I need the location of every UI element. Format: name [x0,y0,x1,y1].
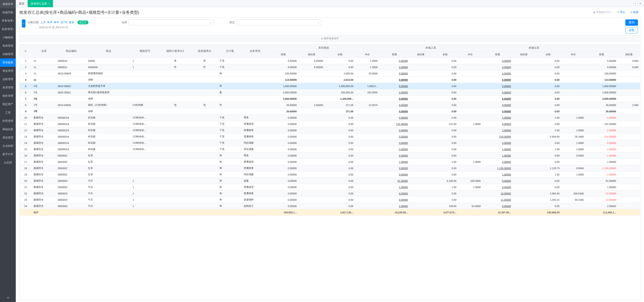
print-template-button[interactable]: ▣ 按模版打印 ▾ [591,10,614,15]
table-row[interactable]: 61仓0020-00001青花瓷U盘钥匙套装套2,000.00000320,00… [20,89,640,96]
collapse-filter-button[interactable]: » [22,19,26,28]
cell: 红茶 [86,165,131,172]
date-quick-3[interactable]: 近7天 [60,21,68,24]
cell: 0023-00009 [56,70,86,77]
cell: 0.00000 [482,89,513,96]
sidebar-item-17[interactable]: 企业协同 [0,142,16,150]
table-row[interactable]: 15嘉嘉陪仓0000001A碎花裙123哈哈哈...千克异价调拨0.000000… [20,146,640,153]
query-button[interactable]: 查询 [625,19,638,26]
sidebar-item-15[interactable]: 基础信息 [0,125,16,133]
close-icon[interactable]: × [48,3,50,5]
export-icon: ↷ [617,11,619,14]
tab-1[interactable]: 收发存汇总表× [28,0,53,7]
cell: 1号 [32,108,56,115]
sidebar-item-13[interactable]: 工资 [0,108,16,117]
table-row[interactable]: 20嘉嘉陪仓0000003可乐1米盘盈0.000000.0061.000006,… [20,178,640,184]
table-row[interactable]: 17嘉嘉陪仓0000002红茶米普通进货0.000000.001.000001.… [20,159,640,165]
expand-more-button[interactable]: ⇊ 展开更多条件 [19,35,640,42]
table-row[interactable]: 1110000016000001米米千克5.600005.600005.601.… [20,58,640,64]
table-row[interactable]: 12嘉嘉陪仓0000001A碎花裙123哈哈哈...千克普通销售0.000000… [20,127,640,133]
cell [191,172,218,178]
cell: 1 [131,64,159,70]
total-qi-amt: 1,817,135... [325,209,355,216]
sidebar-item-18[interactable]: 新手引导 [0,150,16,159]
table-row[interactable]: 21嘉嘉陪仓0000003可乐1米普通进货0.000000.001.000001… [20,184,640,190]
date-quick-1[interactable]: 本月 [47,21,52,24]
date-quick-0[interactable]: 上月 [40,21,46,24]
table-row[interactable]: 24嘉嘉陪仓0000003可乐1米自制加工0.000000.002.000001… [20,203,640,209]
table-row[interactable]: 3110023-00009软硬通用画框米100.000002,000.0020.… [20,70,640,77]
gear-icon[interactable]: ⚙ [7,296,9,299]
date-quick-2[interactable]: 本年 [54,21,59,24]
custom-date-tag[interactable]: 自定义 [78,21,88,24]
sidebar-item-14[interactable]: 经营管理 [0,117,16,125]
date-quick-4[interactable]: 更多 [69,21,74,24]
cell: 0.00000 [482,178,513,184]
cell [131,70,159,77]
sidebar-item-3[interactable]: 批发管理▾ [0,25,16,33]
table-row[interactable]: 71仓小计3,000.000001,320,000...0.000000.000… [20,96,640,102]
settings-button[interactable]: 设置 [625,27,638,33]
sidebar-item-7[interactable]: 库存核算 [0,58,16,67]
sidebar-item-8[interactable]: 资金管理 [0,67,16,75]
sidebar-item-1[interactable]: 快捷导航 [0,8,16,17]
cell: 直接领料 [242,197,268,203]
cell: 自制加工 [242,203,268,209]
cell: 8.90000 [586,64,618,70]
tab-0[interactable]: 首页 [16,0,28,7]
table-row[interactable]: 11嘉嘉陪仓0000001A碎花裙123哈哈哈...千克普通进货0.000000… [20,121,640,127]
cell [410,127,432,133]
cell [618,140,640,146]
cell: 米 [218,172,242,178]
cell: 3,000.00000 [586,96,618,102]
table-row[interactable]: 23嘉嘉陪仓0000003可乐1米直接领料0.000000.000.000000… [20,197,640,203]
cell: 0000003 [56,190,86,197]
table-container[interactable]: ⚙ 仓库 商品编码 商品 规格型号 辅助计量单位1 按发辅单位 主计量 业务类型… [19,44,640,300]
col-group-extra [586,45,640,51]
table-row[interactable]: 22嘉嘉陪仓0000003可乐1米普通销售0.000000.000.000000… [20,190,640,197]
table-row[interactable]: 10嘉嘉陪仓0000001A碎花裙123哈哈哈...千克零售0.000000.0… [20,115,640,121]
sidebar-item-4[interactable]: 小畅电商 [0,33,16,42]
close-all-icon[interactable]: ✕ [638,2,642,6]
cell [410,146,432,153]
sidebar-item-12[interactable]: 固定资产 [0,100,16,108]
col-gear[interactable]: ⚙ [20,45,32,58]
cell: 2 [20,64,32,70]
status-select[interactable]: ⌄ [236,19,322,25]
fullscreen-icon[interactable]: ⤢ [633,2,637,6]
sidebar-item-10[interactable]: 发票管理 [0,83,16,92]
cell [242,77,268,83]
table-row[interactable]: 13嘉嘉陪仓0000001A碎花裙123哈哈哈...千克普通销售0.000000… [20,133,640,140]
cell [513,127,535,133]
sidebar-item-6[interactable]: 采购管理 [0,50,16,58]
sub-header-6: 金额 [432,51,458,58]
table-row[interactable]: 411小计114.500002,014.500.000000.000.00000… [20,77,640,83]
sidebar-item-9[interactable]: 总账管理 [0,75,16,83]
table-row[interactable]: 91号小计26.60000371.000.000000.000.000000.0… [20,108,640,115]
cell: 0.00000 [482,58,513,64]
cell: 266.5400 [562,190,586,197]
cell: 1.00 [432,159,458,165]
table-row[interactable]: 18嘉嘉陪仓0000002红茶米普通销售0.000000.000.000000.… [20,165,640,172]
table-row[interactable]: 14嘉嘉陪仓0000001A碎花裙123哈哈哈...千克同价调拨0.000000… [20,140,640,146]
cell [562,64,586,70]
sidebar-item-2[interactable]: 零售管理▾ [0,17,16,25]
sidebar-item-11[interactable]: 税务管理 [0,92,16,100]
table-row[interactable]: 19嘉嘉陪仓0000002红茶米同价调拨0.000000.000.000000.… [20,172,640,178]
table-row[interactable]: 16嘉嘉陪仓0000002红茶米零售0.000000.000.000000.00… [20,153,640,159]
export-button[interactable]: ↷ 导出 [615,10,627,15]
cell [618,190,640,197]
sidebar-item-label: 搜索菜单 [2,2,13,6]
table-row[interactable]: 211000002100000001件件千克8.900008.900008.90… [20,64,640,70]
cell [242,83,268,89]
warehouse-select[interactable]: ⌄ [128,19,214,25]
filter-bar: » 记账日期 上月本月本年近7天更多 自定义 仓库 ⌄ 状态 ⌄ 2016-01… [19,17,640,35]
sidebar-item-16[interactable]: 系统管理 [0,133,16,142]
table-row[interactable]: 51仓0019-00001大金刚菩提手串串1,000.000001,000,00… [20,83,640,89]
sidebar-item-0[interactable]: 搜索菜单 [0,0,16,8]
sidebar-item-5[interactable]: 电商管理 [0,42,16,50]
cell: 1.0000 [562,127,586,133]
table-row[interactable]: 81号0023-00008画纸（白色/纯棉）白色/纯棉包包件26.600002.… [20,102,640,108]
sidebar-item-19[interactable]: 云应用 [0,159,16,167]
refresh-button[interactable]: ⟳ 刷新 [629,10,640,15]
